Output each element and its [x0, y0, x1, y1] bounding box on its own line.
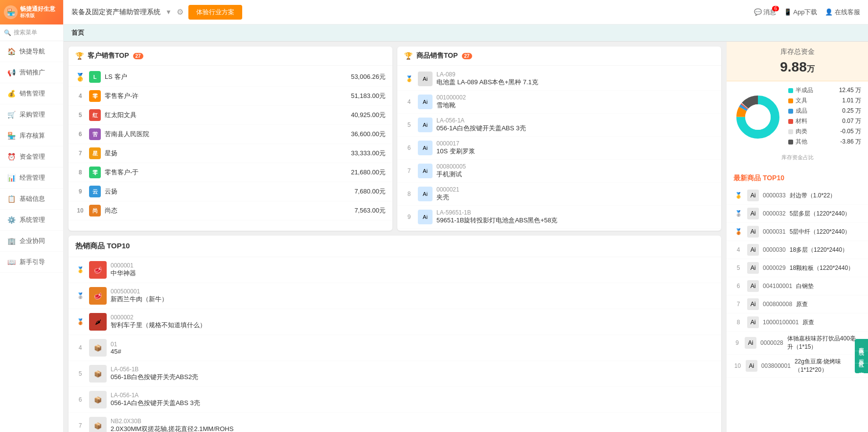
prod-info-7: 000800005 手机测试 [436, 163, 466, 179]
prod-name-4: 雪地靴 [436, 101, 466, 110]
legend-item-5: 肉类 -0.05 万 [788, 127, 861, 136]
avatar-7: 星 [89, 147, 101, 159]
latest-item-6: 6 Ai 004100001 白钢垫 [727, 277, 868, 295]
prod-img-7: Ai [418, 164, 433, 178]
latest-item-9: 9 Ai 0000028 体驰嘉枝味苏打饮品400毫升（1*15） [727, 332, 868, 355]
donut-svg [733, 93, 782, 142]
sidebar-item-operations[interactable]: 📊 经营管理 [0, 168, 63, 189]
topbar-right: 💬 消息 6 📱 App下载 👤 在线客服 [754, 8, 860, 17]
home-icon: 🏠 [7, 48, 16, 55]
sidebar-item-quick-nav[interactable]: 🏠 快捷导航 [0, 41, 63, 62]
sidebar-item-basic-info[interactable]: 📋 基础信息 [0, 189, 63, 210]
hot-name-7: 2.0X30MM双搓花轴,搓花直径2.1MM/ROHS [111, 425, 714, 432]
hot-info-2: 000500001 新西兰牛肉（新牛） [111, 288, 714, 304]
legend-item-1: 半成品 12.45 万 [788, 86, 861, 95]
sidebar-item-purchase[interactable]: 🛒 采购管理 [0, 104, 63, 125]
prod-code-1: LA-089 [436, 71, 538, 78]
rank-item: 5 红 红太阳文具 40,925.00元 [69, 106, 392, 125]
sidebar-item-marketing[interactable]: 📢 营销推广 [0, 62, 63, 83]
legend-val-5: -0.05 万 [840, 127, 861, 136]
latest-products-title-highlight: TOP10 [763, 174, 784, 182]
rank-item: 4 零 零售客户-许 51,183.00元 [69, 87, 392, 106]
inventory-unit: 万 [807, 65, 815, 73]
hot-code-3: 0000002 [111, 314, 714, 321]
hot-info-4: 01 45# [111, 341, 714, 355]
prod-name-8: 夹壳 [436, 193, 459, 202]
hot-rank-7: 7 [75, 422, 85, 429]
hot-code-1: 0000001 [111, 262, 714, 269]
rank-item: 8 零 零售客户-于 21,680.00元 [69, 163, 392, 182]
prod-name-9: 59651-1B旋转投影灯电池盒ABS黑色+58克 [436, 216, 557, 225]
legend-item-6: 其他 -3.86 万 [788, 138, 861, 146]
inventory-total-section: 库存总资金 9.88万 [727, 42, 868, 81]
sidebar-item-inventory[interactable]: 🏪 库存核算 [0, 125, 63, 146]
hot-name-2: 新西兰牛肉（新牛） [111, 295, 714, 304]
hot-item-6: 6 📦 LA-056-1A 056-1A白色按键开关盖ABS 3壳 [69, 387, 721, 413]
inventory-chart-area: 半成品 12.45 万 文具 1.01 万 成品 0.25 万 [727, 81, 868, 153]
latest-img-8: Ai [747, 316, 759, 328]
online-service[interactable]: 👤 在线客服 [825, 8, 860, 17]
float-btn-hotline[interactable]: 客服热线 [855, 339, 868, 351]
customer-name-5: 红太阳文具 [105, 111, 347, 120]
product-item: 9 Ai LA-59651-1B 59651-1B旋转投影灯电池盒ABS黑色+5… [397, 206, 721, 229]
main-area: 装备及固定资产辅助管理系统 ▼ ⚙ 体验行业方案 💬 消息 6 📱 App下载 … [64, 0, 868, 432]
prod-rank-4: 4 [404, 98, 414, 105]
float-btn-live[interactable]: 直播 [855, 363, 868, 373]
avatar-9: 云 [89, 186, 101, 197]
legend-dot-3 [788, 109, 793, 114]
customer-ranking-card: 🏆 客户销售TOP 27 🥇 L LS 客户 53,006.26元 [69, 47, 392, 231]
app-download[interactable]: 📱 App下载 [784, 8, 817, 17]
inventory-icon: 🏪 [7, 132, 16, 140]
content-area: 首页 🏆 客户销售TOP 27 🥇 [64, 24, 868, 432]
hot-rank-5: 5 [75, 370, 85, 377]
trophy-icon-2: 🏆 [404, 52, 412, 60]
sidebar-item-sales[interactable]: 💰 销售管理 [0, 83, 63, 104]
sidebar-item-cooperation[interactable]: 🏢 企业协同 [0, 231, 63, 252]
prod-code-9: LA-59651-1B [436, 209, 557, 216]
prod-rank-5: 5 [404, 121, 414, 128]
rank-item: 7 星 星扬 33,333.00元 [69, 144, 392, 163]
search-menu[interactable]: 🔍 搜索菜单 [0, 24, 63, 41]
settings-icon[interactable]: ⚙ [177, 7, 183, 17]
customer-value-1: 53,006.26元 [351, 72, 386, 81]
prod-img-5: Ai [418, 118, 433, 132]
legend-val-4: 0.07 万 [842, 117, 861, 125]
customer-ranking-badge: 27 [133, 53, 143, 59]
sidebar-item-system[interactable]: ⚙️ 系统管理 [0, 210, 63, 231]
latest-rank-9: 9 [733, 339, 741, 346]
logo-icon: 🏪 [4, 5, 18, 19]
legend-item-2: 文具 1.01 万 [788, 96, 861, 105]
latest-name-1: 封边带（1.0*22） [790, 192, 836, 200]
latest-code-1: 0000033 [763, 192, 786, 199]
trial-button[interactable]: 体验行业方案 [188, 5, 242, 20]
latest-img-2: Ai [747, 208, 759, 219]
legend-name-5: 肉类 [796, 127, 838, 136]
latest-item-4: 4 Ai 0000030 18多层（1220*2440） [727, 241, 868, 259]
hot-img-6: 📦 [89, 391, 107, 408]
rank-item: 10 尚 尚态 7,563.00元 [69, 201, 392, 220]
rank-num-8: 8 [75, 169, 85, 176]
latest-name-4: 18多层（1220*2440） [790, 246, 848, 254]
hot-name-1: 中华神器 [111, 269, 714, 278]
sidebar-item-finance[interactable]: ⏰ 资金管理 [0, 146, 63, 168]
avatar-1: L [89, 71, 101, 83]
latest-item-5: 5 Ai 0000029 18颗粒板（1220*2440） [727, 259, 868, 277]
prod-info-1: LA-089 电池盖 LA-089 ABS本色+黑种 7.1克 [436, 71, 538, 87]
float-btn-community[interactable]: 服务社区 [855, 351, 868, 363]
hot-info-3: 0000002 智利车子里（规格不知道填什么） [111, 314, 714, 330]
legend-dot-1 [788, 88, 793, 93]
latest-rank-10: 10 [733, 362, 742, 369]
latest-rank-4: 4 [733, 246, 743, 253]
product-item: 4 Ai 001000002 雪地靴 [397, 91, 721, 114]
legend-name-2: 文具 [796, 96, 840, 105]
hot-info-5: LA-056-1B 056-1B白色按键开关壳ABS2壳 [111, 366, 714, 382]
sidebar-item-guide[interactable]: 📖 新手引导 [0, 252, 63, 273]
breadcrumb: 首页 [64, 24, 868, 42]
notification-icon: 💬 [754, 8, 762, 16]
customer-name-6: 苦南县人民医院 [105, 130, 347, 139]
hot-code-2: 000500001 [111, 288, 714, 295]
product-item: 5 Ai LA-056-1A 056-1A白色按键开关盖ABS 3壳 [397, 114, 721, 137]
hot-rank-4: 4 [75, 344, 85, 351]
system-dropdown[interactable]: ▼ [165, 8, 172, 16]
notification-badge[interactable]: 💬 消息 6 [754, 8, 777, 17]
